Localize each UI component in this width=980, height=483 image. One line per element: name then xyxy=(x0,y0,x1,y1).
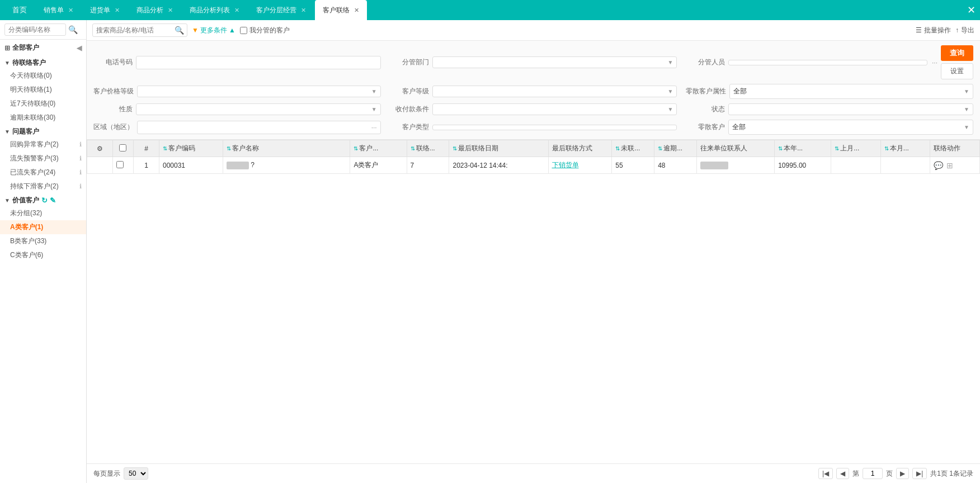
export-button[interactable]: ↑ 导出 xyxy=(955,26,974,35)
close-purchase-tab[interactable]: ✕ xyxy=(115,7,120,14)
row-contact: 7 xyxy=(407,157,449,174)
th-category[interactable]: ⇅客户... xyxy=(350,140,407,157)
retail-attr-label: 零散客户属性 xyxy=(686,87,726,96)
th-overdue[interactable]: ⇅逾期... xyxy=(654,140,697,157)
action-qr-icon[interactable]: ⊞ xyxy=(946,161,953,170)
action-message-icon[interactable]: 💬 xyxy=(934,161,943,170)
sidebar-search-icon[interactable]: 🔍 xyxy=(68,25,78,34)
collapse-icon[interactable]: ◀ xyxy=(77,44,82,52)
page-prev-button[interactable]: ◀ xyxy=(836,468,849,479)
region-select[interactable]: ··· xyxy=(137,121,381,134)
settings-button[interactable]: 设置 xyxy=(941,63,973,79)
batch-ops-button[interactable]: ☰ 批量操作 xyxy=(916,26,951,35)
value-customers-refresh[interactable]: ↻ xyxy=(41,196,48,205)
close-product-list-tab[interactable]: ✕ xyxy=(234,7,239,14)
phone-input[interactable] xyxy=(136,56,381,69)
sidebar-item-tomorrow[interactable]: 明天待联络(1) xyxy=(0,83,86,97)
sidebar-item-7days[interactable]: 近7天待联络(0) xyxy=(0,97,86,111)
row-checkbox[interactable] xyxy=(116,161,124,168)
close-customer-segment-tab[interactable]: ✕ xyxy=(301,7,306,14)
sidebar-search-input[interactable] xyxy=(4,23,66,36)
person-dots[interactable]: ··· xyxy=(932,59,937,67)
sidebar: 🔍 ⊞ 全部客户 ◀ ▼ 待联络客户 今天待联络(0) 明天待联络(1) 近7天… xyxy=(0,20,87,483)
last-method-link[interactable]: 下销货单 xyxy=(552,161,579,169)
retail-attr-select[interactable]: 全部 ▼ xyxy=(729,84,973,99)
sidebar-item-declining[interactable]: 持续下滑客户(2) ℹ xyxy=(0,179,86,193)
price-level-select[interactable]: ▼ xyxy=(137,86,381,97)
retail-chevron: ▼ xyxy=(964,124,969,130)
page-size-select[interactable]: 50 xyxy=(124,467,148,480)
nav-tab-customer-segment[interactable]: 客户分层经营 ✕ xyxy=(248,0,314,20)
select-all-checkbox[interactable] xyxy=(119,144,126,151)
row-num: 1 xyxy=(134,157,159,174)
sidebar-item-churned[interactable]: 已流失客户(24) ℹ xyxy=(0,165,86,179)
th-no-contact[interactable]: ⇅未联... xyxy=(612,140,654,157)
row-code: 000031 xyxy=(159,157,223,174)
page-last-button[interactable]: ▶| xyxy=(912,468,927,479)
nav-tab-customer-contact[interactable]: 客户联络 ✕ xyxy=(315,0,367,20)
dept-select[interactable]: ▼ xyxy=(432,56,677,68)
value-customers-edit[interactable]: ✎ xyxy=(50,196,56,205)
retail-select[interactable]: 全部 ▼ xyxy=(728,120,973,135)
sidebar-item-churn-warning[interactable]: 流失预警客户(3) ℹ xyxy=(0,151,86,165)
th-this-month[interactable]: ⇅本月... xyxy=(880,140,930,157)
filter-retail-row: 零散客户 全部 ▼ xyxy=(686,120,973,135)
page-number-input[interactable] xyxy=(863,468,883,479)
close-product-analysis-tab[interactable]: ✕ xyxy=(168,7,173,14)
group-value-customers[interactable]: ▼ 价值客户 ↻ ✎ xyxy=(0,193,86,206)
group-pending-contact[interactable]: ▼ 待联络客户 xyxy=(0,56,86,69)
row-name: ? xyxy=(223,157,350,174)
nav-tab-purchase[interactable]: 进货单 ✕ xyxy=(82,0,128,20)
group-problem-customers[interactable]: ▼ 问题客户 xyxy=(0,125,86,138)
close-sales-tab[interactable]: ✕ xyxy=(68,7,73,14)
sidebar-item-overdue[interactable]: 逾期未联络(30) xyxy=(0,111,86,125)
filter-search-box: 🔍 xyxy=(92,23,187,37)
window-close-button[interactable]: ✕ xyxy=(967,4,976,16)
sidebar-item-class-b[interactable]: B类客户(33) xyxy=(0,234,86,248)
page-next-button[interactable]: ▶ xyxy=(896,468,909,479)
nav-tab-sales[interactable]: 销售单 ✕ xyxy=(36,0,81,20)
data-table-container: ⚙ # ⇅客户编码 ⇅客户名称 ⇅客户... ⇅联络... ⇅最后联络日期 最后… xyxy=(87,140,980,463)
my-customers-check[interactable] xyxy=(240,27,247,34)
filter-search-icon[interactable]: 🔍 xyxy=(175,26,184,35)
sidebar-item-repurchase-abnormal[interactable]: 回购异常客户(2) ℹ xyxy=(0,138,86,151)
filter-search-input[interactable] xyxy=(96,26,175,34)
my-customers-checkbox[interactable]: 我分管的客户 xyxy=(240,26,290,35)
nature-label: 性质 xyxy=(93,105,133,114)
name-masked xyxy=(227,162,249,169)
region-dots[interactable]: ··· xyxy=(371,124,377,131)
th-last-contact-method[interactable]: 最后联络方式 xyxy=(548,140,612,157)
payment-chevron: ▼ xyxy=(667,106,673,112)
nav-home[interactable]: 首页 xyxy=(4,0,35,20)
customer-type-select[interactable] xyxy=(432,125,677,130)
all-customers-header[interactable]: ⊞ 全部客户 ◀ xyxy=(0,40,86,56)
page-first-button[interactable]: |◀ xyxy=(818,468,833,479)
sort-icon-code: ⇅ xyxy=(163,145,167,151)
close-customer-contact-tab[interactable]: ✕ xyxy=(354,7,359,14)
nav-tab-product-list[interactable]: 商品分析列表 ✕ xyxy=(182,0,247,20)
th-last-contact-date[interactable]: ⇅最后联络日期 xyxy=(449,140,548,157)
status-label: 状态 xyxy=(686,105,725,114)
nav-tab-product-analysis[interactable]: 商品分析 ✕ xyxy=(129,0,181,20)
sidebar-item-class-c[interactable]: C类客户(6) xyxy=(0,248,86,262)
filter-payment-row: 收付款条件 ▼ xyxy=(390,103,677,115)
person-select[interactable] xyxy=(728,60,927,65)
th-customer-code[interactable]: ⇅客户编码 xyxy=(159,140,223,157)
status-select[interactable]: ▼ xyxy=(728,103,973,115)
th-contact[interactable]: ⇅联络... xyxy=(407,140,449,157)
arrow-icon: ▼ xyxy=(4,60,10,66)
th-settings[interactable]: ⚙ xyxy=(87,140,113,157)
th-this-year[interactable]: ⇅本年... xyxy=(775,140,831,157)
row-last-method[interactable]: 下销货单 xyxy=(548,157,612,174)
sidebar-item-ungrouped[interactable]: 未分组(32) xyxy=(0,206,86,220)
th-customer-name[interactable]: ⇅客户名称 xyxy=(223,140,350,157)
query-button[interactable]: 查询 xyxy=(941,45,973,61)
filter-more-conditions[interactable]: ▼ 更多条件 ▲ xyxy=(192,26,235,35)
nature-select[interactable]: ▼ xyxy=(136,103,381,115)
sidebar-item-class-a[interactable]: A类客户(1) xyxy=(0,220,86,234)
th-last-month[interactable]: ⇅上月... xyxy=(831,140,881,157)
payment-select[interactable]: ▼ xyxy=(432,103,677,115)
customer-level-select[interactable]: ▼ xyxy=(432,86,677,97)
sort-icon-lmonth: ⇅ xyxy=(835,145,839,151)
sidebar-item-today[interactable]: 今天待联络(0) xyxy=(0,69,86,83)
